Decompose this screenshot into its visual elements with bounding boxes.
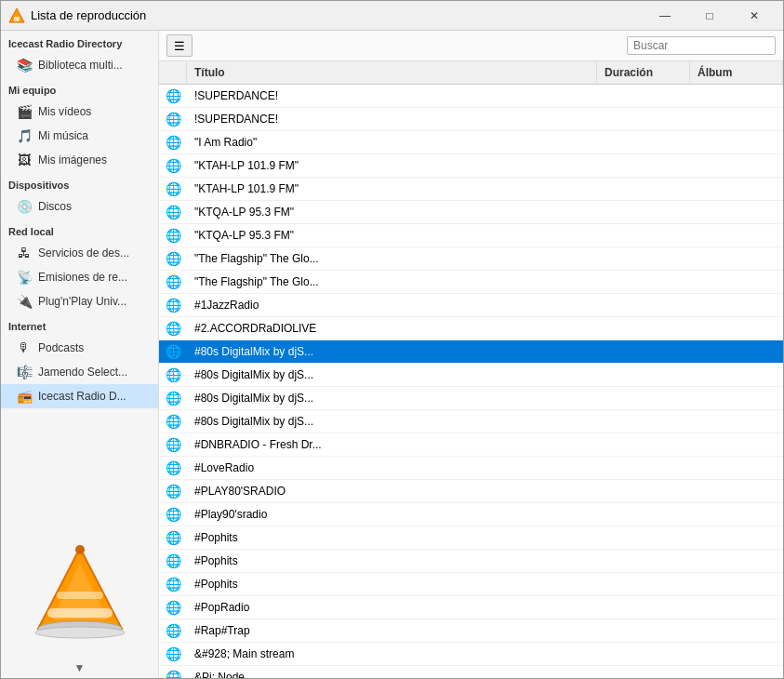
minimize-button[interactable]: —	[644, 1, 686, 31]
row-duracion	[597, 550, 690, 572]
row-duracion	[597, 666, 690, 678]
sidebar-item-jamendo[interactable]: 🎼 Jamendo Select...	[1, 360, 158, 384]
row-album	[690, 224, 783, 246]
row-album	[690, 364, 783, 386]
table-row[interactable]: 🌐#1JazzRadio	[159, 294, 783, 317]
section-header-red-local: Red local	[1, 219, 158, 241]
row-duracion	[597, 387, 690, 409]
table-row[interactable]: 🌐"KTQA-LP 95.3 FM"	[159, 224, 783, 247]
row-duracion	[597, 596, 690, 619]
row-album	[690, 410, 783, 433]
sidebar-item-videos[interactable]: 🎬 Mis vídeos	[1, 100, 158, 124]
row-duracion	[597, 131, 690, 153]
table-row[interactable]: 🌐&Pi; Node	[159, 666, 783, 678]
servicios-icon: 🖧	[16, 245, 33, 261]
col-header-album[interactable]: Álbum	[690, 61, 783, 84]
table-row[interactable]: 🌐!SUPERDANCE!	[159, 108, 783, 131]
table-row[interactable]: 🌐#80s DigitalMix by djS...	[159, 387, 783, 410]
table-row[interactable]: 🌐#Play90'sradio	[159, 503, 783, 526]
table-row[interactable]: 🌐#Pophits	[159, 550, 783, 573]
row-globe-icon: 🌐	[159, 643, 187, 665]
search-input[interactable]	[633, 39, 769, 52]
table-row[interactable]: 🌐"The Flagship" The Glo...	[159, 271, 783, 294]
svg-point-7	[35, 627, 125, 638]
row-title: "KTQA-LP 95.3 FM"	[187, 201, 597, 223]
table-row[interactable]: 🌐!SUPERDANCE!	[159, 85, 783, 108]
table-row[interactable]: 🌐#Pophits	[159, 526, 783, 550]
vlc-logo-area	[1, 408, 158, 658]
table-row[interactable]: 🌐"KTQA-LP 95.3 FM"	[159, 201, 783, 224]
row-title: "KTAH-LP 101.9 FM"	[187, 178, 597, 200]
table-row[interactable]: 🌐#Pophits	[159, 573, 783, 596]
table-row[interactable]: 🌐#DNBRADIO - Fresh Dr...	[159, 433, 783, 457]
row-album	[690, 178, 783, 200]
row-album	[690, 480, 783, 502]
table-row[interactable]: 🌐#PLAY80'SRADIO	[159, 480, 783, 503]
table-container[interactable]: Título Duración Álbum 🌐!SUPERDANCE!🌐!SUP…	[159, 61, 783, 678]
row-title: #Pophits	[187, 526, 597, 549]
list-view-button[interactable]: ☰	[166, 34, 193, 57]
sidebar-item-plugnplay-label: Plug'n'Play Univ...	[38, 295, 126, 308]
table-row[interactable]: 🌐#80s DigitalMix by djS...	[159, 410, 783, 433]
sidebar-item-musica[interactable]: 🎵 Mi música	[1, 124, 158, 148]
sidebar-item-imagenes-label: Mis imágenes	[38, 153, 107, 166]
row-globe-icon: 🌐	[159, 410, 187, 433]
sidebar-item-icecast[interactable]: 📻 Icecast Radio D...	[1, 384, 158, 408]
search-box	[627, 36, 776, 55]
table-row[interactable]: 🌐#2.ACCORDRaDIOLIVE	[159, 317, 783, 340]
maximize-button[interactable]: □	[688, 1, 731, 31]
sidebar-item-servicios-label: Servicios de des...	[38, 246, 129, 260]
row-duracion	[597, 433, 690, 456]
sidebar-item-imagenes[interactable]: 🖼 Mis imágenes	[1, 148, 158, 172]
sidebar-item-discos[interactable]: 💿 Discos	[1, 194, 158, 219]
table-row[interactable]: 🌐"The Flagship" The Glo...	[159, 247, 783, 271]
row-title: &Pi; Node	[187, 666, 597, 678]
row-duracion	[597, 573, 690, 595]
row-duracion	[597, 526, 690, 549]
table-row[interactable]: 🌐#80s DigitalMix by djS...	[159, 340, 783, 364]
table-row[interactable]: 🌐#80s DigitalMix by djS...	[159, 364, 783, 387]
col-header-titulo[interactable]: Título	[187, 61, 597, 84]
table-row[interactable]: 🌐&#928; Main stream	[159, 643, 783, 666]
sidebar-item-podcasts[interactable]: 🎙 Podcasts	[1, 336, 158, 360]
row-album	[690, 619, 783, 642]
row-globe-icon: 🌐	[159, 596, 187, 619]
row-globe-icon: 🌐	[159, 131, 187, 153]
biblioteca-icon: 📚	[16, 57, 33, 73]
row-album	[690, 340, 783, 363]
row-globe-icon: 🌐	[159, 340, 187, 363]
row-album	[690, 526, 783, 549]
list-view-icon: ☰	[174, 39, 185, 53]
table-row[interactable]: 🌐#PopRadio	[159, 596, 783, 619]
table-row[interactable]: 🌐#Rap#Trap	[159, 619, 783, 643]
close-button[interactable]: ✕	[733, 1, 776, 31]
table-row[interactable]: 🌐"KTAH-LP 101.9 FM"	[159, 178, 783, 201]
col-header-duracion[interactable]: Duración	[597, 61, 690, 84]
row-duracion	[597, 619, 690, 642]
row-duracion	[597, 201, 690, 223]
sidebar-scroll-down[interactable]: ▼	[1, 658, 158, 678]
row-title: #80s DigitalMix by djS...	[187, 340, 597, 363]
sidebar-item-emisiones[interactable]: 📡 Emisiones de re...	[1, 265, 158, 289]
sidebar-item-servicios[interactable]: 🖧 Servicios de des...	[1, 241, 158, 265]
sidebar-item-jamendo-label: Jamendo Select...	[38, 366, 127, 379]
row-duracion	[597, 643, 690, 665]
window-controls: — □ ✕	[644, 1, 776, 31]
row-album	[690, 573, 783, 595]
table-row[interactable]: 🌐"KTAH-LP 101.9 FM"	[159, 154, 783, 178]
row-title: #LoveRadio	[187, 457, 597, 479]
sidebar-item-icecast-label: Icecast Radio D...	[38, 390, 126, 403]
sidebar-item-plugnplay[interactable]: 🔌 Plug'n'Play Univ...	[1, 289, 158, 313]
podcasts-icon: 🎙	[16, 340, 33, 356]
row-duracion	[597, 457, 690, 479]
sidebar-item-biblioteca[interactable]: 📚 Biblioteca multi...	[1, 53, 158, 77]
row-globe-icon: 🌐	[159, 85, 187, 107]
table-row[interactable]: 🌐#LoveRadio	[159, 457, 783, 480]
table-row[interactable]: 🌐"I Am Radio"	[159, 131, 783, 154]
row-album	[690, 666, 783, 678]
row-globe-icon: 🌐	[159, 364, 187, 386]
row-title: #PopRadio	[187, 596, 597, 619]
row-duracion	[597, 410, 690, 433]
svg-rect-5	[57, 592, 103, 599]
sidebar-item-podcasts-label: Podcasts	[38, 341, 84, 354]
